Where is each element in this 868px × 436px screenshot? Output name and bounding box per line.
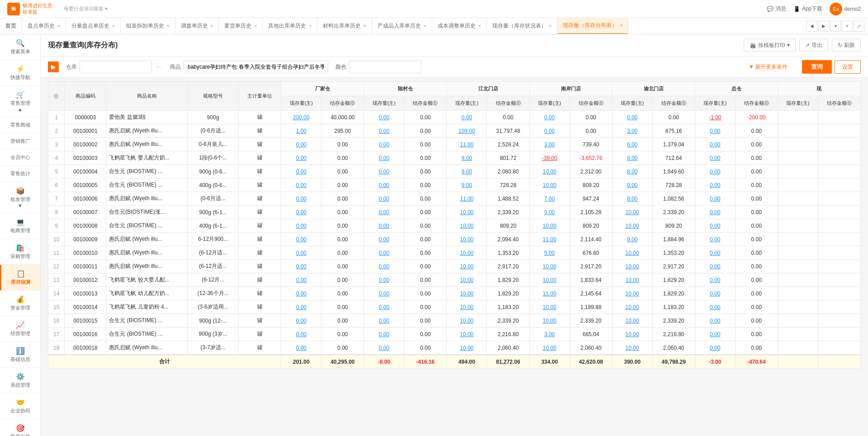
row-jb-qty: 10.00 (447, 300, 487, 314)
row-name: 合生元 (BIOSTIME) ... (106, 219, 188, 233)
tab-outbound-history[interactable]: 其他出库单历史 × (263, 18, 317, 34)
sidebar-item-system[interactable]: ⚙️ 系统管理 (0, 368, 40, 394)
tab-close-icon[interactable]: × (211, 23, 213, 28)
filter-arrow-btn[interactable]: ▶ (48, 61, 59, 72)
row-fj-amt: 0.00 (321, 300, 364, 314)
tab-nav-more[interactable]: ▾ (830, 21, 841, 32)
sidebar-item-retail-mall[interactable]: 零售商城 (0, 117, 40, 133)
filter-color: 颜色 (335, 61, 421, 73)
tab-cost-adjust[interactable]: 成本调整单历史 × (432, 18, 487, 34)
tab-close-icon[interactable]: × (620, 23, 623, 28)
sidebar-item-member-center[interactable]: 会员中心 (0, 150, 40, 166)
color-input[interactable] (349, 61, 421, 73)
main-content: 现存量查询(库存分布) 🖨️ 按模板打印 ▾ ↗ 导出 ↻ 刷新 (41, 34, 868, 436)
tab-close-icon[interactable]: × (167, 23, 170, 28)
row-yb-amt: 1,183.20 (652, 300, 695, 314)
row-na-amt: 1,833.64 (570, 273, 612, 287)
tab-close-icon[interactable]: × (309, 23, 311, 28)
sidebar-item-marketing[interactable]: 营销推广 (0, 133, 40, 150)
tab-inventory-history[interactable]: 盘点单历史 × (22, 18, 66, 34)
row-seq: 9 (48, 219, 65, 233)
tab-close-icon[interactable]: × (363, 23, 366, 28)
row-zc-amt: 0.00 (735, 300, 778, 314)
sidebar-item-finance[interactable]: 💰 资金管理 (0, 291, 40, 316)
tab-close-icon[interactable]: × (549, 23, 552, 28)
row-zc-qty: 0.00 (695, 192, 735, 206)
goods-input[interactable] (184, 61, 328, 73)
zc-qty-header: 现存量(主) (695, 96, 735, 111)
row-na-qty: 11.00 (529, 287, 570, 300)
messages-btn[interactable]: 💬 消息 (767, 5, 786, 13)
tab-expand[interactable]: ⤢ (854, 21, 864, 32)
row-yb-qty: 8.00 (612, 192, 652, 206)
row-yb-amt: 1,829.20 (652, 273, 695, 287)
refresh-btn[interactable]: ↻ 刷新 (832, 39, 861, 52)
settings-icon[interactable]: ⚙ (53, 93, 59, 100)
tab-transfer-history[interactable]: 调拨单历史 × (175, 18, 219, 34)
tab-close-icon[interactable]: × (424, 23, 426, 28)
tab-nav-left[interactable]: ◀ (807, 21, 817, 32)
yb-qty-header: 现存量(主) (612, 96, 652, 111)
row-yb-qty: 0.00 (612, 111, 652, 124)
logo-text: 畅博进好生意 标准版 (23, 3, 52, 14)
row-ex-qty (778, 165, 818, 178)
sidebar-item-business[interactable]: 📈 经营管理 (0, 316, 40, 342)
tab-fraction-history[interactable]: 分量盘点单历史 × (66, 18, 121, 34)
row-zc-qty: 0.00 (695, 233, 735, 246)
finance-icon: 💰 (2, 295, 38, 304)
tab-material-outbound[interactable]: 材料出库单历史 × (317, 18, 372, 34)
warehouse-dots-btn[interactable]: ··· (155, 64, 163, 70)
row-fj-amt: 0.00 (321, 165, 364, 178)
tab-close-all[interactable]: × (842, 21, 853, 32)
tab-close-icon[interactable]: × (478, 23, 481, 28)
row-na-qty: 10.00 (529, 260, 570, 273)
table-row: 8 00100007 合生元(BIOSTIME)涨... 900g (6-1..… (48, 206, 861, 219)
filter-expand-btn[interactable]: ▼ 展开更多条件 (749, 63, 788, 71)
row-ex-qty (778, 287, 818, 300)
row-lc-qty: 0.00 (364, 192, 404, 206)
sidebar-item-enterprise[interactable]: 🤝 企业协同 (0, 394, 40, 419)
sidebar-item-wholesale[interactable]: 📦 批发管理 ▼ (0, 182, 40, 213)
row-na-qty: 9.00 (529, 206, 570, 219)
user-profile[interactable]: Ea demo2 (830, 3, 861, 15)
table-row: 1 0000003 爱他美 盐黛3段 900g 罐 200.00 40,000.… (48, 111, 861, 124)
row-jb-amt: 2,094.40 (487, 233, 529, 246)
sidebar-item-search[interactable]: 🔍 搜索英单 (0, 34, 40, 60)
sidebar-item-basic-info[interactable]: ℹ️ 基础信息 (0, 342, 40, 368)
sidebar-item-guide[interactable]: 🎯 新手引导 (0, 419, 40, 436)
search-btn[interactable]: 查询 (802, 60, 832, 74)
tab-close-icon[interactable]: × (112, 23, 115, 28)
tab-close-icon[interactable]: × (57, 23, 60, 28)
row-na-amt: 2,114.40 (570, 233, 612, 246)
table-row: 10 00100009 惠氏启赋 (Wyeth illu... 6-12月900… (48, 233, 861, 246)
export-btn[interactable]: ↗ 导出 (799, 39, 828, 52)
tab-close-icon[interactable]: × (254, 23, 257, 28)
warehouse-input[interactable] (80, 61, 152, 73)
print-btn[interactable]: 🖨️ 按模板打印 ▾ (744, 39, 796, 52)
sidebar-item-ecommerce[interactable]: 💻 电商管理 (0, 213, 40, 239)
app-download-btn[interactable]: 📱 App下载 (793, 5, 822, 13)
table-row: 9 00100008 合生元 (BIOSTIME) ... 400g (6-1.… (48, 219, 861, 233)
sidebar-item-retail-stats[interactable]: 零售统计 (0, 166, 40, 182)
tab-bar: 首页 盘点单历史 × 分量盘点单历史 × 组装拆卸单历史 × 调拨单历史 × 要… (0, 18, 868, 34)
sidebar-item-inventory[interactable]: 📋 库存核算 (0, 265, 40, 291)
row-fj-qty: 0.00 (281, 192, 321, 206)
sidebar-item-quick-nav[interactable]: ⚡ 快捷导航 (0, 60, 40, 86)
row-fj-amt: 0.00 (321, 314, 364, 328)
sidebar-item-purchase[interactable]: 🛍️ 采购管理 (0, 239, 40, 265)
tab-home[interactable]: 首页 (0, 18, 22, 34)
col-name-header: 商品名称 (106, 82, 188, 111)
tab-order-history[interactable]: 要货单历史 × (219, 18, 263, 34)
row-code: 0000003 (65, 111, 106, 124)
tab-assembly-history[interactable]: 组装拆卸单历史 × (121, 18, 175, 34)
tab-inventory-status[interactable]: 现存量（库存状况表）× (487, 18, 558, 34)
tab-finished-goods[interactable]: 产成品入库单历史 × (372, 18, 432, 34)
row-yb-amt: 2,917.20 (652, 260, 695, 273)
industry-selector[interactable]: 母婴行业演示陈套 ▾ (60, 5, 108, 12)
sidebar-item-retail-mgmt[interactable]: 🛒 零售管理 ▲ (0, 86, 40, 117)
setting-btn[interactable]: 设置 (835, 60, 861, 74)
row-zc-amt: 0.00 (735, 178, 778, 192)
row-unit: 罐 (239, 178, 281, 192)
tab-inventory-distribution[interactable]: 现存量（库存分布表）× (557, 18, 628, 34)
tab-nav-right[interactable]: ▶ (818, 21, 829, 32)
